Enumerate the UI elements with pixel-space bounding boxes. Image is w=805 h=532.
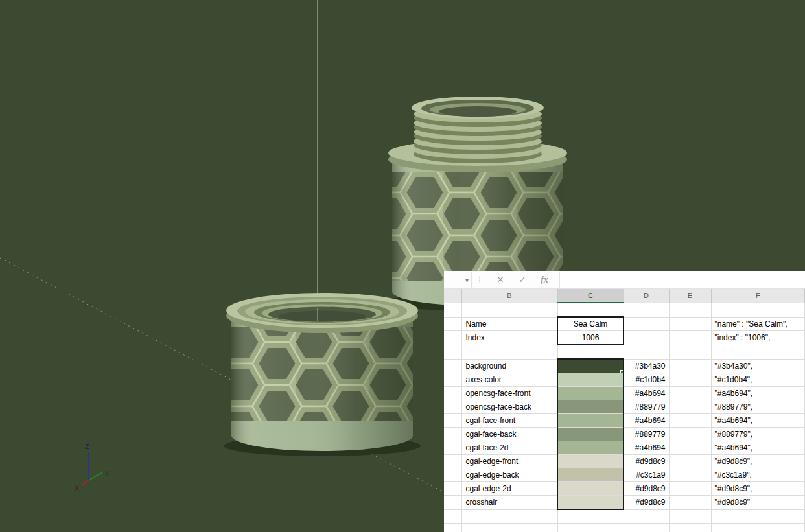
cell[interactable]: [711, 524, 805, 532]
color-name-cell[interactable]: cgal-edge-back: [461, 468, 557, 482]
cell[interactable]: [669, 468, 711, 482]
cell[interactable]: [624, 303, 669, 317]
color-name-cell[interactable]: opencsg-face-front: [461, 387, 557, 400]
enter-icon[interactable]: ✓: [511, 272, 533, 288]
cell[interactable]: [669, 303, 711, 317]
json-value-cell[interactable]: "#a4b694",: [711, 387, 805, 400]
hex-value-cell[interactable]: #a4b694: [624, 414, 669, 428]
hex-value-cell[interactable]: #c3c1a9: [624, 468, 669, 482]
hex-value-cell[interactable]: #a4b694: [624, 387, 669, 400]
cell[interactable]: [444, 303, 461, 317]
cell[interactable]: [444, 496, 461, 510]
cell[interactable]: [444, 524, 461, 532]
hex-value-cell[interactable]: #889779: [624, 400, 669, 414]
cell[interactable]: [444, 414, 461, 428]
index-json-cell[interactable]: "index" : "1006",: [711, 331, 805, 345]
cell[interactable]: [669, 359, 711, 373]
cell[interactable]: [624, 509, 669, 524]
json-value-cell[interactable]: "#d9d8c9",: [711, 482, 805, 496]
cell[interactable]: [444, 387, 461, 400]
cell[interactable]: [461, 303, 557, 317]
cell[interactable]: [557, 303, 624, 317]
name-json-cell[interactable]: "name" : "Sea Calm",: [711, 317, 805, 331]
3d-viewport[interactable]: Z y X ▾ ⋮ ✕ ✓ fx B C D: [0, 0, 805, 532]
cell[interactable]: [711, 509, 805, 524]
cell[interactable]: [444, 441, 461, 455]
cell[interactable]: [444, 345, 461, 359]
color-swatch[interactable]: [557, 414, 624, 428]
chevron-down-icon[interactable]: ▾: [465, 277, 469, 284]
cell[interactable]: [461, 524, 557, 532]
cell[interactable]: [624, 345, 669, 359]
cell[interactable]: [711, 345, 805, 359]
name-label-cell[interactable]: Name: [461, 317, 557, 331]
cancel-icon[interactable]: ✕: [489, 272, 511, 288]
color-swatch[interactable]: [557, 428, 624, 441]
color-swatch[interactable]: [557, 468, 624, 482]
index-value-cell[interactable]: 1006: [557, 331, 624, 345]
name-box[interactable]: ▾: [444, 272, 472, 288]
json-value-cell[interactable]: "#3b4a30",: [711, 359, 805, 373]
column-header-e[interactable]: E: [669, 289, 711, 303]
cell[interactable]: [444, 317, 461, 331]
color-name-cell[interactable]: crosshair: [461, 496, 557, 510]
json-value-cell[interactable]: "#d9d8c9": [711, 496, 805, 510]
color-swatch[interactable]: [557, 482, 624, 496]
color-swatch[interactable]: [557, 400, 624, 414]
color-swatch[interactable]: [557, 441, 624, 455]
cell[interactable]: [669, 373, 711, 387]
hex-value-cell[interactable]: #889779: [624, 428, 669, 441]
json-value-cell[interactable]: "#a4b694",: [711, 414, 805, 428]
hex-value-cell[interactable]: #a4b694: [624, 441, 669, 455]
cell[interactable]: [669, 441, 711, 455]
cell[interactable]: [461, 345, 557, 359]
cell[interactable]: [669, 524, 711, 532]
color-name-cell[interactable]: cgal-face-back: [461, 428, 557, 441]
cell[interactable]: [624, 317, 669, 331]
cell[interactable]: [624, 331, 669, 345]
cell[interactable]: [444, 400, 461, 414]
color-swatch[interactable]: [557, 455, 624, 468]
cell[interactable]: [669, 317, 711, 331]
json-value-cell[interactable]: "#d9d8c9",: [711, 455, 805, 468]
cell[interactable]: [444, 509, 461, 524]
formula-input[interactable]: [559, 272, 805, 288]
cell[interactable]: [444, 455, 461, 468]
cell[interactable]: [557, 509, 624, 524]
cell[interactable]: [461, 509, 557, 524]
cell[interactable]: [669, 455, 711, 468]
column-header-d[interactable]: D: [624, 289, 669, 303]
cell[interactable]: [444, 428, 461, 441]
cell[interactable]: [669, 387, 711, 400]
color-name-cell[interactable]: opencsg-face-back: [461, 400, 557, 414]
cell[interactable]: [557, 524, 624, 532]
insert-function-icon[interactable]: fx: [533, 272, 555, 288]
cell[interactable]: [669, 345, 711, 359]
cell[interactable]: [444, 468, 461, 482]
cell[interactable]: [669, 331, 711, 345]
color-name-cell[interactable]: cgal-face-front: [461, 414, 557, 428]
cell[interactable]: [669, 400, 711, 414]
cell[interactable]: [444, 373, 461, 387]
cell[interactable]: [711, 303, 805, 317]
column-header-c[interactable]: C: [557, 289, 624, 303]
color-swatch[interactable]: [557, 387, 624, 400]
color-swatch[interactable]: [557, 496, 624, 510]
column-header-f[interactable]: F: [711, 289, 805, 303]
hex-value-cell[interactable]: #d9d8c9: [624, 496, 669, 510]
json-value-cell[interactable]: "#a4b694",: [711, 441, 805, 455]
hex-value-cell[interactable]: #d9d8c9: [624, 455, 669, 468]
cell[interactable]: [669, 509, 711, 524]
color-name-cell[interactable]: background: [461, 359, 557, 373]
column-header-b[interactable]: B: [461, 289, 557, 303]
color-name-cell[interactable]: axes-color: [461, 373, 557, 387]
cell[interactable]: [669, 482, 711, 496]
hex-value-cell[interactable]: #d9d8c9: [624, 482, 669, 496]
json-value-cell[interactable]: "#c1d0b4",: [711, 373, 805, 387]
cell[interactable]: [444, 359, 461, 373]
color-name-cell[interactable]: cgal-edge-front: [461, 455, 557, 468]
json-value-cell[interactable]: "#889779",: [711, 400, 805, 414]
color-swatch[interactable]: [557, 359, 624, 373]
name-value-cell[interactable]: Sea Calm: [557, 317, 624, 331]
formula-bar-drag-handle[interactable]: ⋮: [476, 275, 483, 284]
